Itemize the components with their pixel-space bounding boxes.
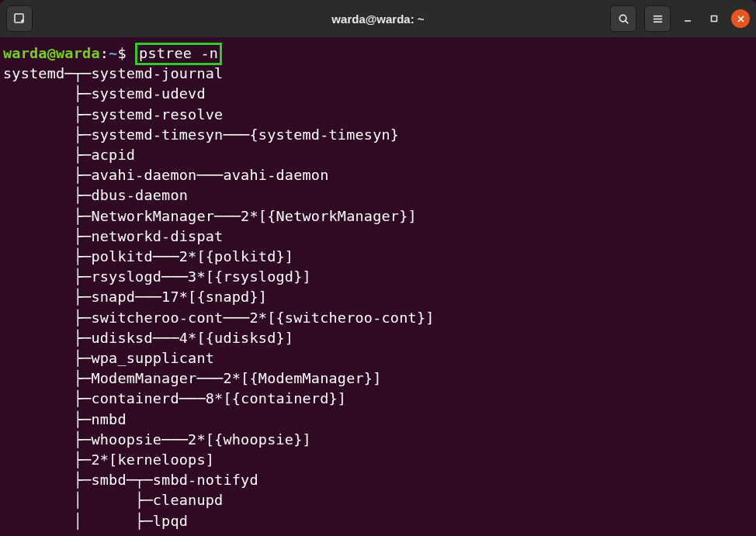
svg-line-4 [625,20,627,22]
minimize-button[interactable] [678,9,697,28]
tree-line: ├─wpa_supplicant [3,348,756,368]
command-text: pstree -n [135,43,222,65]
new-tab-button[interactable] [6,5,33,32]
tree-line: ├─NetworkManager───2*[{NetworkManager}] [3,206,756,227]
search-button[interactable] [610,5,636,32]
tree-line: ├─systemd-timesyn───{systemd-timesyn} [3,125,756,145]
tree-line: ├─snapd───17*[{snapd}] [3,287,756,307]
search-icon [618,13,629,25]
window-title: warda@warda: ~ [331,12,424,26]
tree-line: ├─2*[kerneloops] [3,450,756,470]
tree-line: systemd─┬─systemd-journal [3,64,756,84]
tree-line: ├─polkitd───2*[{polkitd}] [3,247,756,267]
close-button[interactable] [731,9,750,28]
terminal-output[interactable]: warda@warda:~$ pstree -nsystemd─┬─system… [0,37,756,531]
tree-line: ├─switcheroo-cont───2*[{switcheroo-cont}… [3,308,756,328]
minimize-icon [684,15,692,22]
tree-line: ├─rsyslogd───3*[{rsyslogd}] [3,267,756,287]
new-tab-icon [13,12,26,25]
tree-line: ├─systemd-resolve [3,105,756,125]
tree-line: ├─ModemManager───2*[{ModemManager}] [3,368,756,389]
tree-line: ├─whoopsie───2*[{whoopsie}] [3,430,756,450]
tree-line: ├─systemd-udevd [3,84,756,104]
tree-line: ├─acpid [3,145,756,165]
svg-point-3 [619,15,626,21]
maximize-icon [710,15,718,22]
prompt-path: ~ [109,45,117,61]
close-icon [737,16,744,22]
tree-line: │ ├─cleanupd [3,490,756,510]
tree-line: ├─networkd-dispat [3,227,756,247]
tree-line: ├─dbus-daemon [3,185,756,206]
tree-line: ├─nmbd [3,410,756,430]
svg-rect-9 [712,16,717,22]
window-titlebar: warda@warda: ~ [0,0,756,37]
prompt-dollar: $ [117,45,135,61]
maximize-button[interactable] [705,9,723,28]
titlebar-left [6,5,33,32]
prompt-userhost: warda@warda [3,45,100,61]
tree-line: ├─udisksd───4*[{udisksd}] [3,328,756,348]
tree-line: ├─avahi-daemon───avahi-daemon [3,165,756,185]
menu-button[interactable] [644,5,671,32]
hamburger-icon [652,13,664,25]
tree-line: ├─containerd───8*[{containerd}] [3,389,756,409]
titlebar-right [610,5,750,32]
prompt-line: warda@warda:~$ pstree -n [3,43,756,64]
tree-line: ├─smbd─┬─smbd-notifyd [3,470,756,490]
tree-line: │ ├─lpqd [3,511,756,531]
